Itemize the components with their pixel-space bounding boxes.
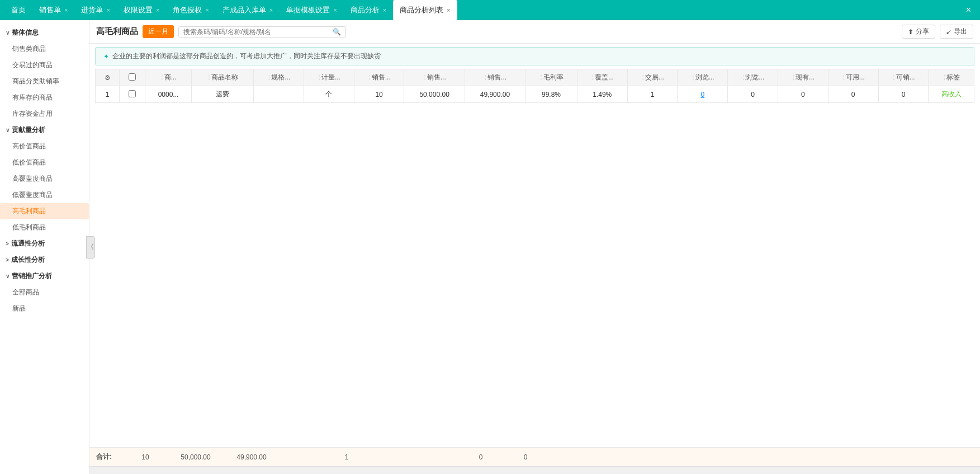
nav-item-商品分析列表[interactable]: 商品分析列表× [393, 0, 457, 20]
nav-item-角色授权[interactable]: 角色授权× [166, 0, 215, 20]
nav-item-单据模板设置[interactable]: 单据模板设置× [280, 0, 343, 20]
sidebar-item-高毛利商品[interactable]: 高毛利商品 [0, 203, 89, 219]
footer-values: 10 50,000.00 49,900.00 1 0 0 [123, 453, 548, 461]
nav-close-icon[interactable]: × [64, 7, 68, 13]
expand-arrow-icon: ∨ [6, 127, 10, 133]
export-button[interactable]: ↙ 导出 [940, 25, 973, 39]
sidebar-item-商品分类助销率[interactable]: 商品分类助销率 [0, 73, 89, 90]
expand-arrow-icon: > [6, 241, 9, 247]
table-header-coverage: :覆盖... [577, 69, 627, 86]
column-resizer[interactable]: : [893, 73, 894, 81]
sidebar-group-营销推广分析[interactable]: ∨营销推广分析 [0, 268, 89, 284]
nav-item-产成品入库单[interactable]: 产成品入库单× [216, 0, 280, 20]
column-resizer[interactable]: : [944, 73, 945, 81]
row-spec [254, 86, 304, 103]
table-header-browse2: :浏览... [728, 69, 778, 86]
column-label: 可用... [846, 73, 865, 81]
sidebar-group-贡献量分析[interactable]: ∨贡献量分析 [0, 122, 89, 138]
footer-sales-profit: 49,900.00 [224, 453, 280, 461]
column-resizer[interactable]: : [692, 73, 694, 81]
column-label: 销售... [372, 73, 391, 81]
footer-sales-qty: 10 [123, 453, 168, 461]
sidebar-item-低价值商品[interactable]: 低价值商品 [0, 154, 89, 171]
column-resizer[interactable]: : [485, 73, 486, 81]
nav-item-销售单[interactable]: 销售单× [32, 0, 74, 20]
row-transaction: 1 [627, 86, 678, 103]
nav-item-进货单[interactable]: 进货单× [74, 0, 116, 20]
column-label: 商品名称 [211, 73, 238, 81]
sidebar-item-新品[interactable]: 新品 [0, 301, 89, 317]
table-header-gross_margin: :毛利率 [525, 69, 577, 86]
browse-link[interactable]: 0 [701, 91, 705, 98]
table-header-sales_profit: :销售... [465, 69, 525, 86]
settings-icon[interactable]: ⚙ [105, 74, 111, 82]
sidebar-item-高价值商品[interactable]: 高价值商品 [0, 138, 89, 154]
column-resizer[interactable]: : [161, 73, 163, 81]
sidebar-item-低覆盖度商品[interactable]: 低覆盖度商品 [0, 187, 89, 203]
table-header-settings[interactable]: ⚙ [96, 69, 120, 86]
search-icon[interactable]: 🔍 [333, 28, 341, 36]
column-resizer[interactable]: : [742, 73, 744, 81]
column-resizer[interactable]: : [540, 73, 542, 81]
nav-close-icon[interactable]: × [383, 7, 386, 13]
row-name: 运费 [191, 86, 253, 103]
notice-icon: ✦ [103, 53, 109, 60]
sidebar-group-label: 贡献量分析 [12, 125, 45, 135]
nav-close-icon[interactable]: × [106, 7, 110, 13]
horizontal-scrollbar[interactable] [89, 466, 980, 474]
column-resizer[interactable]: : [642, 73, 643, 81]
sidebar: ∨整体信息销售类商品交易过的商品商品分类助销率有库存的商品库存资金占用∨贡献量分… [0, 20, 89, 474]
sidebar-collapse-button[interactable]: 《 [86, 236, 95, 259]
column-resizer[interactable]: : [319, 73, 320, 81]
column-resizer[interactable]: : [843, 73, 845, 81]
column-resizer[interactable]: : [268, 73, 270, 81]
sidebar-item-有库存的商品[interactable]: 有库存的商品 [0, 90, 89, 106]
sidebar-group-流通性分析[interactable]: >流通性分析 [0, 236, 89, 252]
filter-recent-month-button[interactable]: 近一月 [143, 25, 174, 38]
export-icon: ↙ [946, 28, 951, 36]
table-header-available: :可用... [828, 69, 878, 86]
row-sales-profit: 49,900.00 [465, 86, 525, 103]
nav-item-权限设置[interactable]: 权限设置× [117, 0, 166, 20]
table-header-checkbox[interactable] [120, 69, 145, 86]
select-all-checkbox[interactable] [129, 73, 136, 81]
nav-close-icon[interactable]: × [156, 7, 159, 13]
column-resizer[interactable]: : [368, 73, 370, 81]
row-browse1: 0 [678, 86, 728, 103]
content-area: 高毛利商品 近一月 🔍 ⬆ 分享 ↙ 导出 [89, 20, 980, 474]
nav-close-icon[interactable]: × [205, 7, 209, 13]
sidebar-group-label: 流通性分析 [11, 239, 45, 248]
column-resizer[interactable]: : [592, 73, 594, 81]
row-select-checkbox[interactable] [129, 90, 136, 97]
sidebar-item-交易过的商品[interactable]: 交易过的商品 [0, 57, 89, 73]
nav-close-icon[interactable]: × [447, 7, 450, 13]
nav-close-icon[interactable]: × [333, 7, 337, 13]
row-number: 1 [96, 86, 120, 103]
column-label: 销售... [427, 73, 446, 81]
sidebar-item-全部商品[interactable]: 全部商品 [0, 284, 89, 301]
column-resizer[interactable]: : [424, 73, 425, 81]
column-label: 标签 [946, 73, 960, 81]
sidebar-group-整体信息[interactable]: ∨整体信息 [0, 25, 89, 41]
column-label: 交易... [645, 73, 664, 81]
window-close-button[interactable]: × [962, 5, 976, 15]
row-checkbox [120, 86, 145, 103]
column-label: 浏览... [695, 73, 714, 81]
row-unit: 个 [304, 86, 354, 103]
sidebar-item-低毛利商品[interactable]: 低毛利商品 [0, 219, 89, 236]
nav-item-商品分析[interactable]: 商品分析× [344, 0, 393, 20]
sidebar-item-高覆盖度商品[interactable]: 高覆盖度商品 [0, 171, 89, 187]
nav-close-icon[interactable]: × [269, 7, 273, 13]
search-input[interactable] [183, 28, 330, 36]
share-button[interactable]: ⬆ 分享 [902, 25, 935, 39]
column-resizer[interactable]: : [208, 73, 210, 81]
column-label: 商... [164, 73, 177, 81]
sidebar-item-销售类商品[interactable]: 销售类商品 [0, 41, 89, 57]
sidebar-item-库存资金占用[interactable]: 库存资金占用 [0, 106, 89, 122]
sidebar-group-成长性分析[interactable]: >成长性分析 [0, 252, 89, 268]
footer-transaction: 1 [324, 453, 369, 461]
nav-item-首页[interactable]: 首页 [4, 0, 32, 20]
expand-arrow-icon: ∨ [6, 273, 10, 279]
column-resizer[interactable]: : [793, 73, 794, 81]
column-label: 毛利率 [543, 73, 564, 81]
